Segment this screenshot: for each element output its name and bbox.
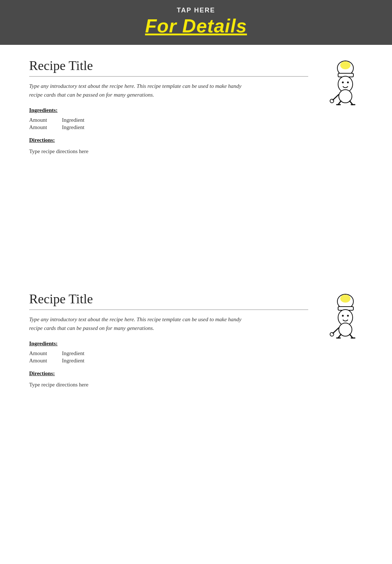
chef-svg-2: [319, 291, 363, 339]
recipe-2-divider: [29, 310, 308, 310]
recipe-2-directions-section: Directions: Type recipe directions here: [29, 370, 308, 389]
recipe-2-ingredient-row-1: Amount Ingredient: [29, 350, 308, 357]
recipe-2-ingredient-2: Ingredient: [62, 358, 85, 364]
recipe-1-ingredients-section: Ingredients: Amount Ingredient Amount In…: [29, 107, 308, 131]
recipe-2-chef-image: [319, 291, 363, 340]
recipe-card-2: Recipe Title Type any introductory text …: [0, 278, 392, 402]
recipe-2-amount-1: Amount: [29, 350, 62, 357]
svg-point-12: [340, 61, 350, 69]
svg-line-23: [333, 328, 339, 333]
for-details-label: For Details: [145, 15, 247, 37]
recipe-2-content: Recipe Title Type any introductory text …: [29, 291, 308, 389]
recipe-2-ingredient-row-2: Amount Ingredient: [29, 358, 308, 364]
tap-here-label: TAP HERE: [0, 7, 392, 14]
recipe-2-amount-2: Amount: [29, 358, 62, 364]
recipe-card-1: Recipe Title Type any introductory text …: [0, 45, 392, 169]
svg-point-3: [342, 82, 344, 83]
recipe-1-ingredient-row-1: Amount Ingredient: [29, 117, 308, 123]
recipe-1-chef-image: [319, 58, 363, 107]
recipe-1-ingredients-heading: Ingredients:: [29, 107, 308, 113]
recipe-2-title: Recipe Title: [29, 291, 308, 307]
recipe-1-directions: Type recipe directions here: [29, 147, 308, 156]
recipe-1-amount-2: Amount: [29, 124, 62, 131]
recipe-2-directions-heading: Directions:: [29, 370, 308, 377]
svg-point-17: [347, 315, 349, 317]
recipe-2-ingredients-heading: Ingredients:: [29, 341, 308, 347]
recipe-2-intro: Type any introductory text about the rec…: [29, 315, 248, 332]
chef-svg-1: [319, 58, 363, 105]
recipe-1-content: Recipe Title Type any introductory text …: [29, 58, 308, 156]
recipe-1-ingredient-1: Ingredient: [62, 117, 85, 123]
recipe-1-title: Recipe Title: [29, 58, 308, 73]
recipe-2-ingredient-1: Ingredient: [62, 350, 85, 357]
page-header[interactable]: TAP HERE For Details: [0, 0, 392, 45]
svg-point-4: [347, 82, 349, 83]
svg-point-25: [340, 295, 350, 303]
recipe-1-divider: [29, 76, 308, 77]
recipe-1-amount-1: Amount: [29, 117, 62, 123]
recipe-1-directions-section: Directions: Type recipe directions here: [29, 137, 308, 156]
recipe-2-directions: Type recipe directions here: [29, 380, 308, 389]
recipe-1-ingredient-row-2: Amount Ingredient: [29, 124, 308, 131]
svg-point-16: [342, 315, 344, 317]
recipe-1-intro: Type any introductory text about the rec…: [29, 82, 248, 99]
recipe-1-directions-heading: Directions:: [29, 137, 308, 143]
svg-line-10: [333, 94, 339, 100]
recipe-1-ingredient-2: Ingredient: [62, 124, 85, 131]
svg-point-24: [330, 332, 334, 336]
svg-point-11: [330, 99, 334, 103]
recipe-2-ingredients-section: Ingredients: Amount Ingredient Amount In…: [29, 341, 308, 364]
